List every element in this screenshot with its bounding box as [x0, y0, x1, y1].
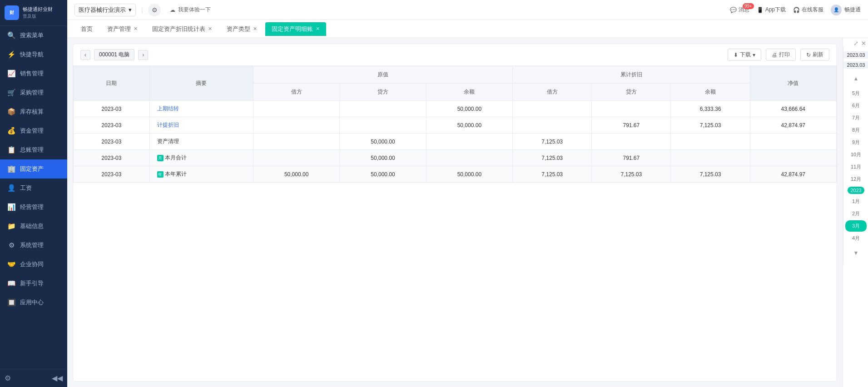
tab-close-assets[interactable]: ✕ — [134, 26, 138, 32]
row-orig-credit: 50,000.00 — [340, 134, 426, 150]
logo-text: 畅捷通好业财 — [23, 6, 53, 13]
row-summary: 本月合计 — [165, 154, 187, 161]
nav-icon-ledger: 📋 — [7, 146, 15, 154]
sidebar-item-sales[interactable]: 📈 销售管理 — [0, 64, 67, 83]
tab-assets[interactable]: 资产管理✕ — [101, 22, 144, 36]
panel-month-10月[interactable]: 10月 — [843, 149, 868, 160]
sidebar-item-operations[interactable]: 📊 经营管理 — [0, 198, 67, 217]
panel-year-badge: 2023 — [848, 187, 864, 194]
collapse-icon[interactable]: ◀◀ — [52, 374, 63, 382]
row-orig-balance: 50,000.00 — [426, 166, 512, 183]
sidebar-item-system[interactable]: ⚙ 系统管理 — [0, 236, 67, 255]
sidebar-item-basic[interactable]: 📁 基础信息 — [0, 217, 67, 236]
panel-month-9月[interactable]: 9月 — [843, 137, 868, 148]
download-label: 下载 — [740, 51, 751, 59]
settings-icon[interactable]: ⚙ — [5, 374, 11, 382]
tab-depreciation[interactable]: 固定资产折旧统计表✕ — [146, 22, 218, 36]
panel-month-12月[interactable]: 12月 — [843, 174, 868, 185]
nav-icon-inventory: 📦 — [7, 108, 15, 116]
tab-asset_detail[interactable]: 固定资产明细账✕ — [265, 22, 326, 36]
panel-up-btn[interactable]: ▲ — [848, 70, 864, 87]
panel-month-6月[interactable]: 6月 — [843, 100, 868, 111]
panel-month-4月[interactable]: 4月 — [843, 233, 868, 244]
table-row: 2023-03 计提折旧 50,000.00 791.67 7,125.03 4… — [74, 117, 837, 134]
panel-month-1月[interactable]: 1月 — [843, 196, 868, 207]
row-summary-cell: 计提折旧 — [149, 117, 253, 134]
nav-icon-fixed: 🏢 — [7, 165, 15, 173]
nav-label-enterprise: 企业协同 — [20, 260, 44, 268]
content-toolbar: ‹ 000001 电脑 › ⬇ 下载 ▾ 🖨 打印 ↻ — [73, 44, 837, 66]
tab-asset_type[interactable]: 资产类型✕ — [220, 22, 263, 36]
tab-label-assets: 资产管理 — [107, 25, 131, 33]
table-row: 2023-03 上期结转 50,000.00 6,333.36 43,666.6… — [74, 101, 837, 117]
panel-month-5月[interactable]: 5月 — [843, 88, 868, 99]
refresh-btn[interactable]: ↻ 刷新 — [800, 49, 829, 61]
panel-close-icon[interactable]: ✕ — [861, 40, 866, 47]
toolbar-actions: ⬇ 下载 ▾ 🖨 打印 ↻ 刷新 — [728, 49, 829, 61]
message-btn[interactable]: 💬 消息 99+ — [730, 6, 749, 14]
nav-label-inventory: 库存核算 — [20, 108, 44, 116]
nav-icon-search: 🔍 — [7, 31, 15, 40]
right-panel-wrapper: ⤢ ✕ 2023.032023.03▲5月6月7月8月9月10月11月12月20… — [843, 38, 868, 387]
print-btn[interactable]: 🖨 打印 — [766, 49, 796, 61]
panel-month-2月[interactable]: 2月 — [843, 208, 868, 219]
download-btn[interactable]: 📱 App下载 — [757, 6, 786, 14]
logo-sub: 普及版 — [23, 13, 53, 20]
nav-icon-sales: 📈 — [7, 69, 15, 78]
experience-btn[interactable]: ☁ 我要体验一下 — [170, 6, 211, 14]
panel-down-btn[interactable]: ▼ — [848, 245, 864, 261]
tab-label-asset_detail: 固定资产明细账 — [272, 25, 313, 33]
row-orig-debit: 50,000.00 — [253, 166, 339, 183]
sidebar-item-inventory[interactable]: 📦 库存核算 — [0, 102, 67, 121]
nav-icon-operations: 📊 — [7, 203, 15, 211]
panel-month-3月[interactable]: 3月 — [845, 220, 867, 232]
sidebar-item-quicknav[interactable]: ⚡ 快捷导航 — [0, 45, 67, 64]
panel-month-7月[interactable]: 7月 — [843, 112, 868, 124]
nav-label-system: 系统管理 — [20, 241, 44, 249]
row-orig-balance — [426, 150, 512, 166]
row-acc-credit — [592, 101, 671, 117]
asset-next-btn[interactable]: › — [138, 50, 148, 60]
panel-expand-icon[interactable]: ⤢ — [853, 40, 858, 47]
row-acc-credit: 791.67 — [592, 150, 671, 166]
tab-close-asset_type[interactable]: ✕ — [253, 26, 257, 32]
tab-label-depreciation: 固定资产折旧统计表 — [152, 25, 205, 33]
row-summary-cell: 月本月合计 — [149, 150, 253, 166]
sidebar-item-purchase[interactable]: 🛒 采购管理 — [0, 83, 67, 102]
tab-label-home: 首页 — [81, 25, 93, 33]
content-area: ‹ 000001 电脑 › ⬇ 下载 ▾ 🖨 打印 ↻ — [67, 38, 868, 387]
sidebar-item-apps[interactable]: 🔲 应用中心 — [0, 293, 67, 312]
panel-month-11月[interactable]: 11月 — [843, 161, 868, 173]
sidebar-item-capital[interactable]: 💰 资金管理 — [0, 121, 67, 140]
panel-date-header: 2023.03 — [843, 51, 868, 59]
service-label: 在线客服 — [802, 6, 823, 14]
topbar-separator: | — [141, 6, 143, 13]
panel-month-8月[interactable]: 8月 — [843, 124, 868, 136]
th-date: 日期 — [74, 66, 150, 101]
sidebar-item-newbie[interactable]: 📖 新手引导 — [0, 274, 67, 293]
download-btn[interactable]: ⬇ 下载 ▾ — [728, 49, 761, 61]
row-acc-debit — [513, 117, 592, 134]
user-profile[interactable]: 👤 畅捷通 — [831, 5, 861, 15]
tab-close-depreciation[interactable]: ✕ — [208, 26, 212, 32]
tab-home[interactable]: 首页 — [74, 22, 99, 36]
topbar-settings-btn[interactable]: ⚙ — [148, 4, 161, 16]
sidebar-item-payroll[interactable]: 👤 工资 — [0, 179, 67, 198]
nav-icon-basic: 📁 — [7, 222, 15, 230]
company-selector[interactable]: 医疗器械行业演示 ▾ — [74, 4, 136, 16]
sidebar-item-enterprise[interactable]: 🤝 企业协同 — [0, 255, 67, 274]
nav-label-basic: 基础信息 — [20, 222, 44, 230]
row-net — [750, 134, 836, 150]
row-summary: 上期结转 — [157, 105, 179, 112]
nav-icon-newbie: 📖 — [7, 279, 15, 288]
sidebar-item-ledger[interactable]: 📋 总账管理 — [0, 140, 67, 159]
tab-close-asset_detail[interactable]: ✕ — [316, 26, 320, 32]
row-orig-credit: 50,000.00 — [340, 166, 426, 183]
refresh-label: 刷新 — [813, 51, 823, 59]
sidebar-item-fixed[interactable]: 🏢 固定资产 — [0, 159, 67, 179]
asset-prev-btn[interactable]: ‹ — [80, 50, 90, 60]
sidebar-item-search[interactable]: 🔍 搜索菜单 — [0, 26, 67, 45]
service-btn[interactable]: 🎧 在线客服 — [793, 6, 823, 14]
nav-label-sales: 销售管理 — [20, 69, 44, 78]
message-count: 99+ — [743, 3, 754, 9]
